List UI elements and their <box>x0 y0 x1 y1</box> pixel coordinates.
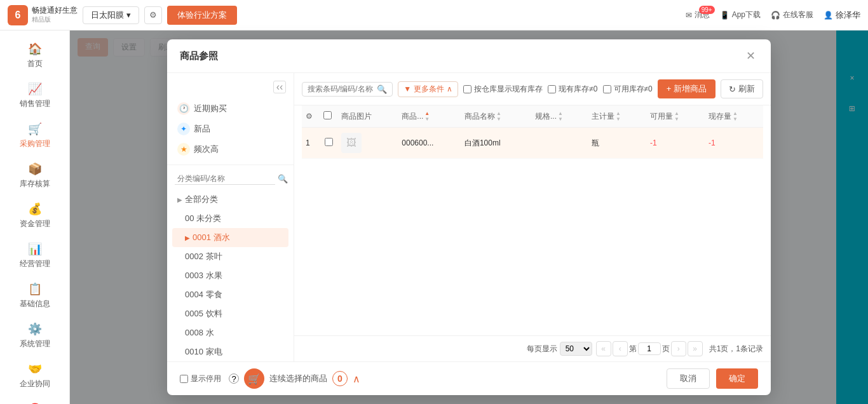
more-filters-btn[interactable]: ▼ 更多条件 ∧ <box>398 81 458 97</box>
inventory-icon: 📦 <box>28 162 42 176</box>
cat-label-snack: 0004 零食 <box>185 289 222 300</box>
row-checkbox-cell[interactable] <box>320 128 337 159</box>
headset-icon: 🎧 <box>771 11 780 20</box>
recent-purchase-filter[interactable]: 🕐 近期购买 <box>172 98 288 119</box>
settings-icon[interactable]: ⚙ <box>144 6 162 24</box>
cat-item-appliance[interactable]: 0010 家电 <box>172 342 288 356</box>
first-page-btn[interactable]: « <box>596 341 611 356</box>
online-service-btn[interactable]: 🎧 在线客服 <box>771 10 813 20</box>
select-all-checkbox[interactable] <box>323 111 332 119</box>
cat-label-appliance: 0010 家电 <box>185 346 222 356</box>
search-icon[interactable]: 🔍 <box>377 84 387 94</box>
th-settings[interactable]: ⚙ <box>302 105 320 128</box>
exp-btn[interactable]: 体验行业方案 <box>167 6 237 25</box>
collapse-panel-btn[interactable]: ‹‹ <box>273 81 286 93</box>
cart-btn[interactable]: 🛒 <box>244 368 264 389</box>
avail-ne0-check-label[interactable]: 可用库存≠0 <box>603 84 653 95</box>
sidebar-item-inventory[interactable]: 📦 库存核算 <box>0 156 69 196</box>
modal-close-button[interactable]: ✕ <box>743 48 758 64</box>
filter-more-label: 更多条件 <box>414 84 444 95</box>
stock-ne0-checkbox[interactable] <box>548 85 556 93</box>
footer-collapse-icon[interactable]: ∧ <box>353 373 360 385</box>
category-search-icon[interactable]: 🔍 <box>278 174 288 184</box>
th-product-code[interactable]: 商品... ▲▼ <box>398 105 461 128</box>
branch-selector[interactable]: 日太阳膜 ▾ <box>83 6 139 24</box>
th-product-name[interactable]: 商品名称 ▲▼ <box>461 105 531 128</box>
search-wrap: 🔍 <box>302 82 393 97</box>
sidebar-item-basic-info[interactable]: 📋 基础信息 <box>0 276 69 316</box>
warehouse-check-text: 按仓库显示现有库存 <box>474 84 543 95</box>
page-number-input[interactable] <box>638 342 661 355</box>
cat-item-fruit[interactable]: 0003 水果 <box>172 266 288 285</box>
sidebar-item-operations[interactable]: 📊 经营管理 <box>0 236 69 276</box>
home-icon: 🏠 <box>28 42 42 56</box>
sidebar-item-purchase[interactable]: 🛒 采购管理 <box>0 116 69 156</box>
new-product-filter[interactable]: ✦ 新品 <box>172 119 288 139</box>
user-avatar[interactable]: 👤 徐泽华 <box>824 10 860 21</box>
show-disabled-label[interactable]: 显示停用 <box>180 374 221 384</box>
recent-label: 近期购买 <box>194 103 227 114</box>
page-size-selector: 每页显示 50 10 20 100 <box>527 342 592 356</box>
th-avail[interactable]: 可用量 ▲▼ <box>646 105 705 128</box>
table-row[interactable]: 1 🖼 000600... 白酒100ml 瓶 -1 <box>302 128 763 159</box>
cart-count: 0 <box>332 371 348 386</box>
messages-btn[interactable]: ✉ 消息 99+ <box>686 10 710 20</box>
app-label: App下载 <box>732 10 761 20</box>
sidebar-item-finance[interactable]: 💰 资金管理 <box>0 196 69 236</box>
avatar: 👤 <box>824 11 833 20</box>
sidebar-item-guide[interactable]: 🎯 新手引导 <box>0 396 69 404</box>
th-unit-label: 主计量 <box>592 111 614 122</box>
th-spec[interactable]: 规格... ▲▼ <box>531 105 588 128</box>
row-checkbox[interactable] <box>325 138 333 146</box>
warehouse-checkbox[interactable] <box>463 85 471 93</box>
category-search-input[interactable] <box>175 173 275 185</box>
logo-icon: 6 <box>8 5 28 25</box>
add-product-btn[interactable]: + 新增商品 <box>658 79 715 98</box>
new-label: 新品 <box>194 123 210 135</box>
cat-label-fruit: 0003 水果 <box>185 270 222 281</box>
th-checkbox[interactable] <box>320 105 337 128</box>
avail-ne0-checkbox[interactable] <box>603 85 611 93</box>
stock-ne0-check-label[interactable]: 现有库存≠0 <box>548 84 597 95</box>
warehouse-check-label[interactable]: 按仓库显示现有库存 <box>463 84 543 95</box>
cat-item-water[interactable]: 0008 水 <box>172 323 288 342</box>
cat-label-drink: 0005 饮料 <box>185 308 222 320</box>
top-nav: 6 畅捷通好生意 精品版 日太阳膜 ▾ ⚙ 体验行业方案 ✉ 消息 99+ 📱 … <box>0 0 868 30</box>
sidebar-label-home: 首页 <box>27 58 43 69</box>
finance-icon: 💰 <box>28 202 42 216</box>
sidebar-label-inventory: 库存核算 <box>20 178 50 189</box>
sidebar-item-collab[interactable]: 🤝 企业协同 <box>0 356 69 396</box>
th-unit[interactable]: 主计量 ▲▼ <box>588 105 646 128</box>
product-search-input[interactable] <box>308 84 373 93</box>
next-page-btn[interactable]: › <box>671 341 686 356</box>
confirm-button[interactable]: 确定 <box>716 368 758 389</box>
cat-item-snack[interactable]: 0004 零食 <box>172 285 288 304</box>
show-disabled-checkbox[interactable] <box>180 375 188 383</box>
purchase-icon: 🛒 <box>28 122 42 136</box>
sidebar-item-home[interactable]: 🏠 首页 <box>0 36 69 76</box>
last-page-btn[interactable]: » <box>688 341 703 356</box>
th-stock[interactable]: 现存量 ▲▼ <box>705 105 763 128</box>
modal-header: 商品参照 ✕ <box>167 39 771 73</box>
sidebar-item-sales[interactable]: 📈 销售管理 <box>0 76 69 116</box>
code-sort-icon: ▲▼ <box>424 111 430 122</box>
cat-item-tea[interactable]: 0002 茶叶 <box>172 247 288 266</box>
cat-item-uncategorized[interactable]: 00 未分类 <box>172 209 288 228</box>
prev-page-btn[interactable]: ‹ <box>613 341 628 356</box>
main-layout: 🏠 首页 📈 销售管理 🛒 采购管理 📦 库存核算 💰 资金管理 📊 经营管理 … <box>0 30 868 404</box>
help-icon[interactable]: ? <box>229 374 239 384</box>
content-area: 查询 设置 刷新 × ⊞ 商品参照 ✕ <box>70 30 868 404</box>
refresh-btn[interactable]: ↻ 刷新 <box>721 79 763 98</box>
sidebar-item-system[interactable]: ⚙️ 系统管理 <box>0 316 69 356</box>
cancel-button[interactable]: 取消 <box>667 368 710 389</box>
cat-item-liquor[interactable]: ▶ 0001 酒水 <box>172 228 288 247</box>
high-freq-filter[interactable]: ★ 频次高 <box>172 139 288 159</box>
app-download-btn[interactable]: 📱 App下载 <box>720 10 761 20</box>
per-page-select[interactable]: 50 10 20 100 <box>560 342 592 356</box>
cat-item-all[interactable]: ▶ 全部分类 <box>172 190 288 209</box>
cat-label-uncategorized: 00 未分类 <box>185 213 221 224</box>
message-badge: 99+ <box>699 6 715 14</box>
cat-item-drink[interactable]: 0005 饮料 <box>172 304 288 323</box>
left-divider <box>167 165 294 165</box>
row-name: 白酒100ml <box>461 128 531 159</box>
